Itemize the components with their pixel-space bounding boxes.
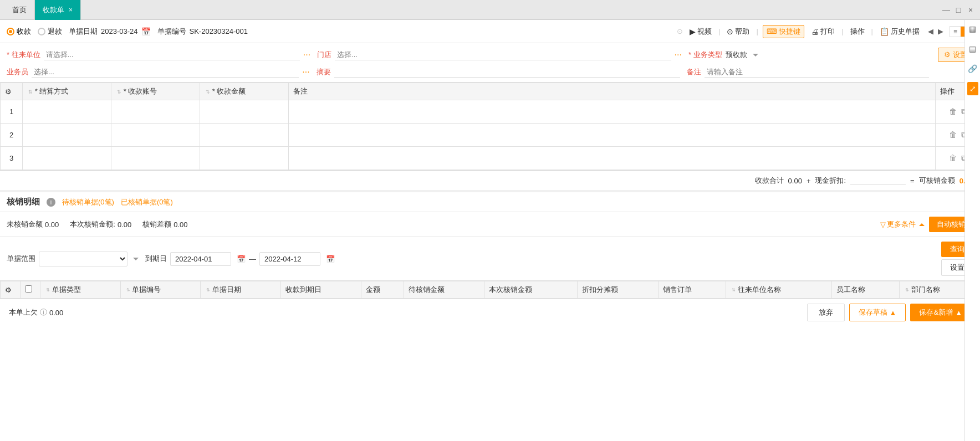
pending-verify-tab[interactable]: 待核销单据(0笔) [62,197,114,207]
abstract-input[interactable] [334,66,680,78]
store-more-icon[interactable]: ··· [675,50,682,60]
col-due-date-header: 收款到期日 [281,281,361,299]
receipt-table-container: ⚙ ⇅ * 结算方式 ⇅ * 收款账号 ⇅ * 收款金额 [0,83,980,171]
col-pending-header: 待核销金额 [404,281,484,299]
store-input[interactable] [335,49,671,60]
row-amount-3[interactable] [200,147,289,170]
row-settle-1[interactable] [23,100,111,124]
range-select[interactable] [39,252,127,266]
print-button[interactable]: 🖨 打印 [809,25,837,38]
sort-settle-icon[interactable]: ⇅ [28,89,33,95]
shortcut-button[interactable]: ⌨ 快捷键 [763,25,804,38]
bottom-table-container: ⚙ ⇅ 单据类型 ⇅ 单据编号 [0,281,980,299]
delete-row-3-icon[interactable]: 🗑 [948,152,958,164]
row-num-1: 1 [1,100,23,124]
col-settings-bottom[interactable]: ⚙ [1,281,21,299]
refund-radio[interactable]: 退款 [38,27,62,37]
row-settle-2[interactable] [23,124,111,147]
sort-type-icon[interactable]: ⇅ [46,288,50,293]
receipt-radio[interactable]: 收款 [7,27,31,37]
salesman-field: 业务员 ··· [7,66,310,78]
maximize-button[interactable]: □ [953,5,963,15]
delete-row-1-icon[interactable]: 🗑 [948,106,958,117]
row-remark-2[interactable] [289,124,936,147]
next-arrow[interactable]: ▶ [936,26,945,37]
sidebar-expand-icon[interactable]: ⤢ [967,82,978,95]
save-draft-dropdown-icon[interactable]: ▲ [890,309,897,317]
row-account-2[interactable] [111,124,200,147]
row-account-1[interactable] [111,100,200,124]
filter-row: 单据范围 到期日 📅 — 📅 查询 设置 [0,237,980,281]
save-draft-button[interactable]: 保存草稿 ▲ [849,304,906,321]
refund-radio-dot [38,28,45,35]
close-tab-icon[interactable]: × [69,6,73,14]
sort-dept-icon[interactable]: ⇅ [905,288,909,293]
uncancelled-stat: 未核销金额 0.00 [7,219,59,229]
summary-row: 收款合计 0.00 + 现金折扣: = 可核销金额 0.00 [0,171,980,190]
delete-row-2-icon[interactable]: 🗑 [948,129,958,141]
salesman-more-icon[interactable]: ··· [302,67,309,77]
due-date-end-cal-icon[interactable]: 📅 [326,255,335,263]
footer-info: 本单上欠 ⓘ 0.00 [9,307,63,317]
col-discount-header: 折扣分摊额 [578,281,658,299]
sort-partner-icon[interactable]: ⇅ [732,288,736,293]
video-button[interactable]: ▶ 视频 [687,25,714,38]
sort-date-icon[interactable]: ⇅ [206,288,210,293]
diff-stat: 核销差额 0.00 [142,219,187,229]
date-calendar-icon[interactable]: 📅 [141,27,151,36]
discount-input[interactable] [850,176,906,185]
tab-receipt[interactable]: 收款单 × [35,0,81,20]
conditions-toggle-icon [919,223,925,226]
col-type-header: ⇅ 单据类型 [40,281,121,299]
due-date-start-cal-icon[interactable]: 📅 [237,255,246,263]
sort-account-icon[interactable]: ⇅ [117,89,121,95]
row-amount-2[interactable] [200,124,289,147]
partner-field: * 往来单位 ··· [7,49,310,60]
col-amount-bottom-header: 金额 [361,281,404,299]
row-account-3[interactable] [111,147,200,170]
sidebar-link-icon[interactable]: 🔗 [966,62,979,75]
partner-input[interactable] [44,49,300,60]
abandon-button[interactable]: 放弃 [807,304,845,321]
due-date-end-input[interactable] [259,252,320,266]
operation-button[interactable]: 操作 [848,25,867,38]
partner-more-icon[interactable]: ··· [303,50,310,60]
receipt-table: ⚙ ⇅ * 结算方式 ⇅ * 收款账号 ⇅ * 收款金额 [0,83,980,170]
business-type-dropdown-icon[interactable] [753,54,758,57]
remark-input[interactable] [705,66,929,78]
footer-info-icon[interactable]: ⓘ [40,307,47,317]
due-date-start-input[interactable] [170,252,231,266]
help-button[interactable]: ⊙ 帮助 [724,25,752,38]
sort-amount-icon[interactable]: ⇅ [206,89,210,95]
salesman-input[interactable] [32,66,299,78]
history-button[interactable]: 📋 历史单据 [877,25,922,38]
col-current-verify-header: 本次核销金额 [484,281,578,299]
row-amount-1[interactable] [200,100,289,124]
save-new-dropdown-icon[interactable]: ▲ [955,309,962,317]
more-conditions-button[interactable]: ▽ 更多条件 [880,219,925,229]
tab-home[interactable]: 首页 [4,0,35,20]
close-window-button[interactable]: × [966,5,976,15]
due-date-filter-field: 到期日 📅 — 📅 [145,252,335,266]
sidebar-list-icon[interactable]: ▤ [967,42,978,55]
col-amount-header: ⇅ * 收款金额 [200,83,289,100]
col-partner-header: ⇅ 往来单位名称 [726,281,832,299]
row-settle-3[interactable] [23,147,111,170]
verify-info-icon[interactable]: i [47,198,55,207]
abstract-field: 摘要 [317,66,680,78]
select-all-checkbox[interactable] [25,285,32,293]
sort-number-icon[interactable]: ⇅ [126,288,130,293]
prev-arrow[interactable]: ◀ [926,26,935,37]
footer-bar: 本单上欠 ⓘ 0.00 放弃 保存草稿 ▲ 保存&新增 ▲ [0,299,980,326]
range-dropdown-icon[interactable] [133,258,139,260]
row-remark-1[interactable] [289,100,936,124]
done-verify-tab[interactable]: 已核销单据(0笔) [121,197,173,207]
save-new-button[interactable]: 保存&新增 ▲ [910,304,971,321]
col-checkbox-header[interactable] [21,281,40,299]
sidebar-table-icon[interactable]: ▦ [967,22,978,35]
list-view-btn[interactable]: ≡ [950,27,961,37]
table-settings-header[interactable]: ⚙ [1,83,23,100]
row-remark-3[interactable] [289,147,936,170]
verify-actions: ▽ 更多条件 自动核销 [880,217,973,232]
minimize-button[interactable]: — [941,5,951,15]
